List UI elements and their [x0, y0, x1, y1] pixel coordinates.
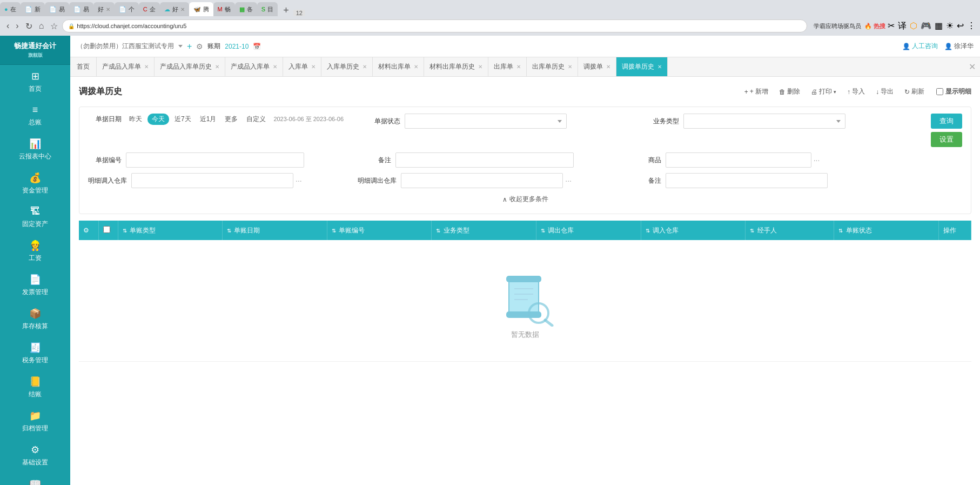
nav-tab-3[interactable]: 产成品入库单 ✕ — [225, 57, 283, 77]
nav-tab-9-close[interactable]: ✕ — [568, 64, 572, 70]
th-handler[interactable]: ⇅ 经手人 — [746, 221, 834, 240]
sidebar-item-guide[interactable]: 📖 新手引导 — [0, 473, 70, 485]
nav-tab-1[interactable]: 产成品入库单 ✕ — [97, 57, 155, 77]
query-btn[interactable]: 查询 — [931, 114, 962, 129]
browser-tab-8[interactable]: ☁ 好 ✕ — [160, 2, 189, 16]
date-btn-yesterday[interactable]: 昨天 — [126, 114, 145, 125]
sidebar-item-archive[interactable]: 📁 归档管理 — [0, 404, 70, 439]
to-warehouse-input[interactable] — [401, 173, 563, 188]
close-all-tabs[interactable]: ✕ — [969, 62, 980, 72]
nav-tab-4-close[interactable]: ✕ — [311, 64, 316, 70]
nav-tab-4[interactable]: 入库单 ✕ — [283, 57, 321, 77]
address-bar[interactable]: 🔒 https://cloud.chanjet.com/accounting/u… — [62, 19, 807, 32]
from-warehouse-input[interactable] — [131, 173, 293, 188]
from-warehouse-dots[interactable]: ··· — [296, 176, 302, 185]
browser-tab-active[interactable]: 🦋 腾 — [189, 2, 213, 16]
nav-tab-10-close[interactable]: ✕ — [606, 64, 610, 70]
date-btn-today[interactable]: 今天 — [147, 114, 169, 125]
ext3-icon[interactable]: ▦ — [935, 21, 943, 32]
sidebar-item-funds[interactable]: 💰 资金管理 — [0, 167, 70, 201]
status-select[interactable] — [405, 114, 567, 129]
nav-tab-5-close[interactable]: ✕ — [363, 64, 367, 70]
sidebar-item-inventory[interactable]: 📦 库存核算 — [0, 302, 70, 336]
select-all-checkbox[interactable] — [103, 226, 110, 233]
translate-icon[interactable]: 译 — [898, 21, 907, 32]
sidebar-item-settings[interactable]: ⚙ 基础设置 — [0, 439, 70, 473]
th-from-warehouse[interactable]: ⇅ 调出仓库 — [536, 221, 641, 240]
remark2-input[interactable] — [666, 173, 828, 188]
browser-tab-2[interactable]: 📄 新 — [21, 2, 45, 16]
add-company-btn[interactable]: + — [187, 42, 192, 51]
date-btn-custom[interactable]: 自定义 — [243, 114, 269, 125]
browser-tab-5[interactable]: 好 ✕ — [93, 2, 115, 16]
user-btn[interactable]: 👤 徐泽华 — [944, 42, 974, 51]
display-toggle[interactable]: 显示明细 — [936, 87, 971, 96]
export-btn[interactable]: ↓ 导出 — [872, 85, 897, 98]
biztype-select[interactable] — [683, 114, 845, 129]
remark-input[interactable] — [395, 152, 574, 168]
delete-btn[interactable]: 🗑 删除 — [776, 85, 803, 98]
goods-dots[interactable]: ··· — [814, 156, 820, 164]
nav-tab-home[interactable]: 首页 — [70, 57, 97, 77]
goods-input[interactable] — [666, 152, 811, 168]
browser-tab-7[interactable]: C 企 — [139, 2, 160, 16]
back-button[interactable]: ‹ — [4, 20, 11, 32]
th-doc-type[interactable]: ⇅ 单账类型 — [118, 221, 223, 240]
company-selector[interactable]: （勿删勿禁用）江西服宝测试专用 — [77, 42, 183, 51]
nav-tab-9[interactable]: 出库单历史 ✕ — [527, 57, 578, 77]
th-doc-no[interactable]: ⇅ 单账编号 — [327, 221, 432, 240]
ext2-icon[interactable]: 🎮 — [921, 21, 931, 32]
to-warehouse-dots[interactable]: ··· — [565, 176, 572, 185]
doc-no-input[interactable] — [126, 152, 304, 168]
th-biz-type[interactable]: ⇅ 业务类型 — [432, 221, 536, 240]
undo-icon[interactable]: ↩ — [957, 21, 964, 32]
nav-tab-7[interactable]: 材料出库单历史 ✕ — [424, 57, 488, 77]
display-checkbox[interactable] — [936, 88, 943, 95]
th-doc-date[interactable]: ⇅ 单账日期 — [223, 221, 327, 240]
add-btn[interactable]: + + 新增 — [741, 85, 771, 98]
nav-tab-1-close[interactable]: ✕ — [144, 64, 149, 70]
th-settings[interactable]: ⚙ — [79, 221, 98, 240]
browser-tab-10[interactable]: M 畅 — [213, 2, 235, 16]
topbar-settings-icon[interactable]: ⚙ — [196, 42, 203, 51]
th-doc-status[interactable]: ⇅ 单账状态 — [834, 221, 939, 240]
scissors-icon[interactable]: ✂ — [888, 21, 895, 32]
home-button[interactable]: ⌂ — [37, 20, 46, 32]
browser-tab-6[interactable]: 📄 个 — [115, 2, 139, 16]
th-checkbox[interactable] — [98, 221, 118, 240]
refresh-btn[interactable]: ↻ 刷新 — [901, 85, 928, 98]
more-icon[interactable]: ⋮ — [967, 21, 976, 32]
nav-tab-2-close[interactable]: ✕ — [215, 64, 219, 70]
period-selector[interactable]: 账期 2021-10 📅 — [207, 42, 261, 51]
sidebar-item-tax[interactable]: 🧾 税务管理 — [0, 336, 70, 370]
nav-tab-11-close[interactable]: ✕ — [657, 64, 662, 70]
browser-tab-1[interactable]: ● 在 — [0, 2, 21, 16]
sun-icon[interactable]: ☀ — [946, 21, 954, 32]
settings-filter-btn[interactable]: 设置 — [931, 132, 962, 147]
nav-tab-3-close[interactable]: ✕ — [273, 64, 277, 70]
bookmark-button[interactable]: ☆ — [48, 20, 60, 32]
sidebar-item-invoice[interactable]: 📄 发票管理 — [0, 268, 70, 302]
nav-tab-7-close[interactable]: ✕ — [478, 64, 482, 70]
date-btn-1month[interactable]: 近1月 — [197, 114, 220, 125]
sidebar-item-salary[interactable]: 👷 工资 — [0, 234, 70, 268]
forward-button[interactable]: › — [14, 20, 21, 32]
ext1-icon[interactable]: ⬡ — [910, 21, 917, 32]
sidebar-item-home[interactable]: ⊞ 首页 — [0, 65, 70, 99]
sidebar-item-close[interactable]: 📒 结账 — [0, 370, 70, 404]
nav-tab-10[interactable]: 调拨单 ✕ — [578, 57, 616, 77]
th-to-warehouse[interactable]: ⇅ 调入仓库 — [641, 221, 746, 240]
nav-tab-11[interactable]: 调拨单历史 ✕ — [616, 57, 668, 77]
browser-tab-4[interactable]: 📄 易 — [69, 2, 93, 16]
browser-tab-11[interactable]: ▦ 各 — [235, 2, 257, 16]
import-btn[interactable]: ↑ 导入 — [844, 85, 868, 98]
nav-tab-6[interactable]: 材料出库单 ✕ — [373, 57, 424, 77]
new-tab-btn[interactable]: + — [280, 5, 292, 16]
tab-count-badge[interactable]: 12 — [293, 10, 305, 16]
nav-tab-8-close[interactable]: ✕ — [516, 64, 521, 70]
refresh-button[interactable]: ↻ — [23, 20, 35, 32]
sidebar-item-ledger[interactable]: ≡ 总账 — [0, 99, 70, 132]
service-btn[interactable]: 👤 人工咨询 — [902, 42, 938, 51]
collapse-btn[interactable]: ∧ 收起更多条件 — [502, 195, 548, 204]
nav-tab-8[interactable]: 出库单 ✕ — [488, 57, 527, 77]
